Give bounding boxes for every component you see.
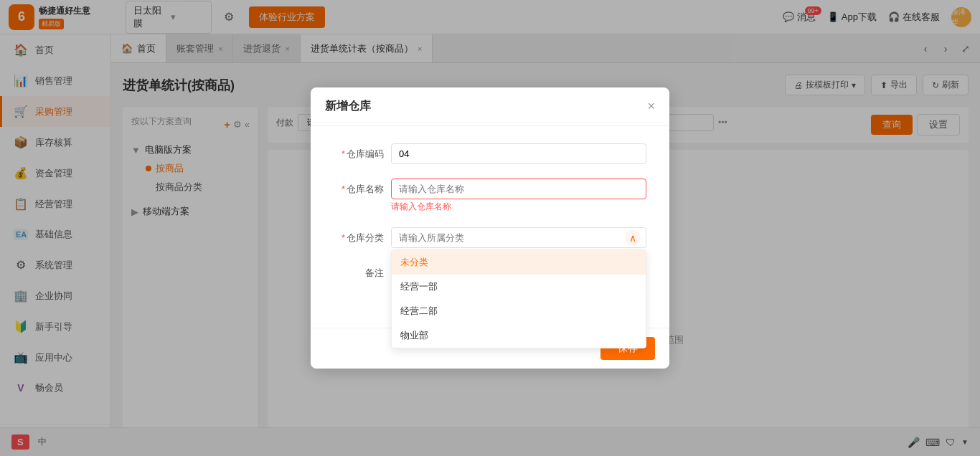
add-warehouse-modal: 新增仓库 × 仓库编码 仓库名称 请输入仓库名称 仓库分类 <box>311 87 669 369</box>
category-field: ∧ 未分类 经营一部 经营二部 物业部 <box>391 227 646 248</box>
code-field <box>391 143 646 164</box>
code-input[interactable] <box>391 143 646 164</box>
name-label: 仓库名称 <box>334 179 391 196</box>
form-row-name: 仓库名称 请输入仓库名称 <box>334 179 646 213</box>
modal-title: 新增仓库 <box>325 99 371 114</box>
category-dropdown: 未分类 经营一部 经营二部 物业部 <box>391 250 646 348</box>
code-label: 仓库编码 <box>334 143 391 161</box>
name-field: 请输入仓库名称 <box>391 179 646 213</box>
name-input[interactable] <box>391 179 646 199</box>
form-row-category: 仓库分类 ∧ 未分类 经营一部 经营二部 物业部 <box>334 227 646 248</box>
note-label: 备注 <box>334 262 391 280</box>
name-error-msg: 请输入仓库名称 <box>391 201 646 213</box>
dropdown-option-property[interactable]: 物业部 <box>392 323 646 348</box>
dropdown-option-unclassified[interactable]: 未分类 <box>392 250 646 275</box>
dropdown-option-ops2[interactable]: 经营二部 <box>392 299 646 323</box>
dropdown-option-ops1[interactable]: 经营一部 <box>392 275 646 299</box>
modal-close-button[interactable]: × <box>647 99 655 114</box>
category-dropdown-arrow[interactable]: ∧ <box>625 230 641 246</box>
modal-body: 仓库编码 仓库名称 请输入仓库名称 仓库分类 ∧ <box>311 126 669 328</box>
form-row-code: 仓库编码 <box>334 143 646 164</box>
modal-header: 新增仓库 × <box>311 87 669 126</box>
category-label: 仓库分类 <box>334 227 391 244</box>
modal-overlay: 新增仓库 × 仓库编码 仓库名称 请输入仓库名称 仓库分类 <box>0 0 980 456</box>
category-input[interactable] <box>391 227 646 248</box>
